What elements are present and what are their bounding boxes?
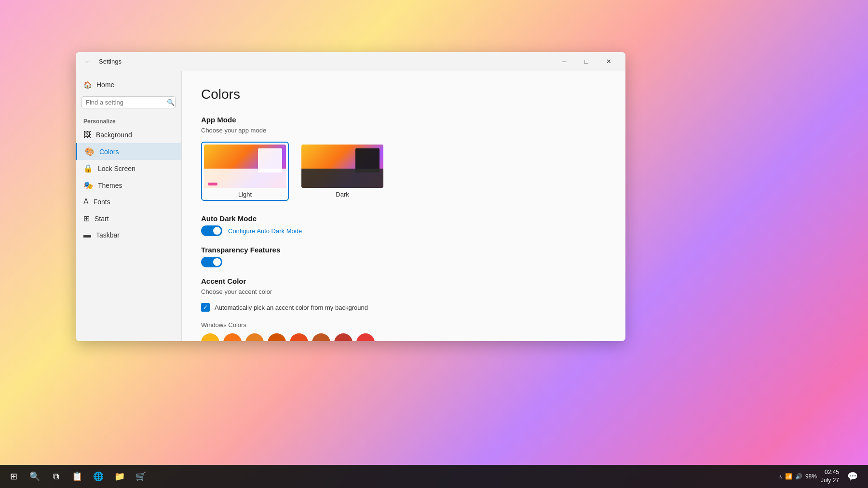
edge-icon: 🌐 — [93, 471, 104, 482]
app-mode-title: App Mode — [201, 116, 606, 124]
system-tray: ∧ 📶 🔊 98% — [779, 473, 817, 480]
taskbar-app-explorer[interactable]: 📋 — [68, 467, 87, 486]
store-icon: 🛒 — [136, 471, 146, 482]
minimize-button[interactable]: ─ — [553, 52, 575, 71]
back-button[interactable]: ← — [81, 55, 95, 68]
files-icon: 📁 — [114, 471, 125, 482]
sidebar-item-fonts[interactable]: A Fonts — [76, 194, 181, 210]
accent-color-title: Accent Color — [201, 277, 606, 285]
tray-chevron[interactable]: ∧ — [779, 474, 782, 479]
sidebar-item-themes-label: Themes — [98, 182, 122, 189]
sidebar-item-lock-screen-label: Lock Screen — [98, 165, 136, 172]
color-swatch-row1-2[interactable] — [245, 333, 264, 341]
sidebar-item-colors-label: Colors — [99, 148, 119, 156]
light-mode-preview — [204, 145, 286, 188]
notification-icon: 💬 — [847, 471, 858, 482]
color-swatch-row1-5[interactable] — [312, 333, 330, 341]
taskbar-left: ⊞ 🔍 ⧉ 📋 🌐 📁 🛒 — [0, 467, 150, 486]
sidebar-item-lock-screen[interactable]: 🔒 Lock Screen — [76, 160, 181, 177]
explorer-icon: 📋 — [72, 471, 82, 482]
sidebar-item-background[interactable]: 🖼 Background — [76, 127, 181, 143]
dark-mode-thumb[interactable]: Dark — [298, 142, 386, 201]
taskbar-search-icon: 🔍 — [29, 471, 40, 482]
color-swatch-row1-0[interactable] — [201, 333, 219, 341]
auto-dark-mode-row: Configure Auto Dark Mode — [201, 225, 606, 236]
start-button[interactable]: ⊞ — [4, 467, 23, 486]
windows-colors-label: Windows Colors — [201, 321, 606, 329]
sidebar-item-colors[interactable]: 🎨 Colors — [76, 143, 181, 160]
back-icon: ← — [85, 58, 92, 66]
home-label: Home — [96, 81, 114, 89]
lock-screen-icon: 🔒 — [83, 164, 93, 173]
auto-accent-label: Automatically pick an accent color from … — [215, 304, 368, 311]
page-title: Colors — [201, 87, 606, 102]
taskbar-app-files[interactable]: 📁 — [110, 467, 129, 486]
themes-icon: 🎭 — [83, 181, 93, 190]
taskbar-right: ∧ 📶 🔊 98% 02:45 July 27 💬 — [779, 467, 868, 486]
start-icon: ⊞ — [10, 471, 17, 482]
search-input[interactable] — [86, 99, 167, 106]
sidebar: 🏠 Home 🔍 Personalize 🖼 Background 🎨 Colo… — [76, 71, 182, 341]
mode-selector-row: Light Dark — [201, 142, 606, 201]
window-controls: ─ □ ✕ — [553, 52, 620, 71]
search-box: 🔍 — [81, 96, 176, 108]
auto-accent-checkbox[interactable]: ✓ — [201, 303, 210, 312]
colors-grid — [201, 333, 606, 341]
colors-row-1 — [201, 333, 606, 341]
dark-thumb-bg — [301, 145, 383, 188]
color-swatch-row1-4[interactable] — [290, 333, 308, 341]
fonts-icon: A — [83, 198, 89, 206]
taskbar-search[interactable]: 🔍 — [25, 467, 44, 486]
sidebar-item-taskbar-label: Taskbar — [96, 231, 120, 239]
transparency-toggle[interactable] — [201, 257, 222, 267]
transparency-row — [201, 257, 606, 267]
task-view-icon: ⧉ — [53, 472, 59, 482]
volume-icon[interactable]: 🔊 — [795, 473, 802, 480]
background-icon: 🖼 — [83, 131, 91, 139]
content-area: 🏠 Home 🔍 Personalize 🖼 Background 🎨 Colo… — [76, 71, 625, 341]
notification-button[interactable]: 💬 — [843, 467, 862, 486]
sidebar-item-home[interactable]: 🏠 Home — [76, 77, 181, 92]
maximize-button[interactable]: □ — [575, 52, 597, 71]
sidebar-section-label: Personalize — [76, 112, 181, 127]
sidebar-item-themes[interactable]: 🎭 Themes — [76, 177, 181, 194]
title-bar: ← Settings ─ □ ✕ — [76, 52, 625, 71]
taskbar-app-edge[interactable]: 🌐 — [89, 467, 108, 486]
sidebar-item-background-label: Background — [96, 131, 132, 139]
dark-mode-label: Dark — [301, 191, 383, 198]
transparency-title: Transparency Features — [201, 246, 606, 254]
color-swatch-row1-1[interactable] — [223, 333, 242, 341]
clock-date: July 27 — [821, 476, 839, 485]
dark-mode-preview — [301, 145, 383, 188]
main-content: Colors App Mode Choose your app mode Lig… — [182, 71, 625, 341]
app-mode-subtitle: Choose your app mode — [201, 127, 606, 134]
light-thumb-accent — [208, 183, 217, 185]
sidebar-item-start-label: Start — [95, 215, 109, 223]
taskbar-app-store[interactable]: 🛒 — [131, 467, 150, 486]
color-swatch-row1-6[interactable] — [334, 333, 353, 341]
network-icon[interactable]: 📶 — [785, 473, 792, 480]
search-button[interactable]: 🔍 — [167, 99, 175, 106]
task-view-button[interactable]: ⧉ — [46, 467, 66, 486]
close-button[interactable]: ✕ — [597, 52, 620, 71]
colors-icon: 🎨 — [85, 147, 95, 156]
settings-window: ← Settings ─ □ ✕ 🏠 Home 🔍 Personalize 🖼 … — [76, 52, 625, 341]
taskbar-clock[interactable]: 02:45 July 27 — [821, 468, 839, 485]
sidebar-item-taskbar[interactable]: ▬ Taskbar — [76, 227, 181, 243]
sidebar-item-fonts-label: Fonts — [94, 198, 110, 206]
auto-dark-mode-toggle[interactable] — [201, 225, 222, 236]
color-swatch-row1-7[interactable] — [356, 333, 375, 341]
home-icon: 🏠 — [83, 81, 92, 89]
dark-thumb-overlay — [301, 169, 383, 188]
clock-time: 02:45 — [821, 468, 839, 476]
accent-color-subtitle: Choose your accent color — [201, 288, 606, 295]
taskbar: ⊞ 🔍 ⧉ 📋 🌐 📁 🛒 ∧ 📶 🔊 98% 02:45 July — [0, 465, 868, 488]
light-mode-thumb[interactable]: Light — [201, 142, 289, 201]
window-title: Settings — [99, 58, 122, 65]
configure-auto-dark-link[interactable]: Configure Auto Dark Mode — [228, 227, 302, 235]
battery-text: 98% — [805, 473, 817, 480]
sidebar-item-start[interactable]: ⊞ Start — [76, 210, 181, 227]
color-swatch-row1-3[interactable] — [268, 333, 286, 341]
taskbar-nav-icon: ▬ — [83, 231, 91, 239]
auto-dark-mode-title: Auto Dark Mode — [201, 214, 606, 223]
